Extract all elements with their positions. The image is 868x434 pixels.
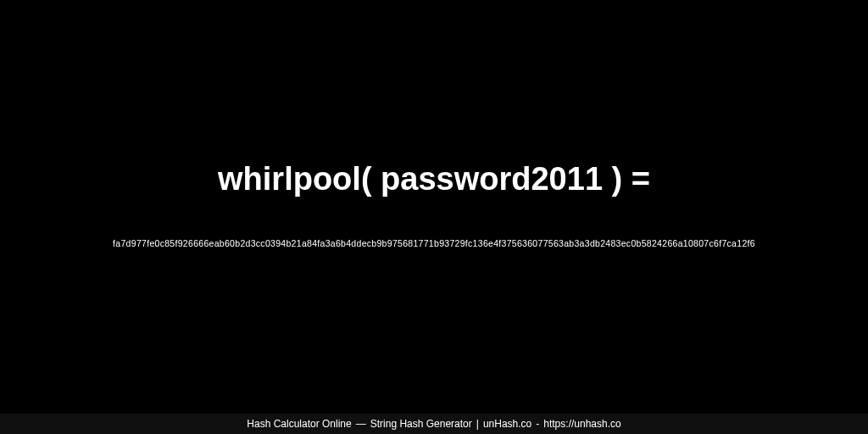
hash-output: fa7d977fe0c85f926666eab60b2d3cc0394b21a8…: [113, 238, 755, 248]
footer-text-generator: String Hash Generator: [370, 418, 472, 430]
hash-expression: whirlpool( password2011 ) =: [218, 161, 650, 198]
footer: Hash Calculator Online — String Hash Gen…: [0, 414, 868, 434]
footer-separator: —: [356, 418, 366, 430]
footer-separator: -: [536, 418, 539, 430]
footer-separator: |: [476, 418, 479, 430]
main-content: whirlpool( password2011 ) = fa7d977fe0c8…: [0, 0, 868, 409]
footer-text-calculator: Hash Calculator Online: [247, 418, 351, 430]
footer-site-name: unHash.co: [483, 418, 531, 430]
footer-site-url: https://unhash.co: [543, 418, 620, 430]
